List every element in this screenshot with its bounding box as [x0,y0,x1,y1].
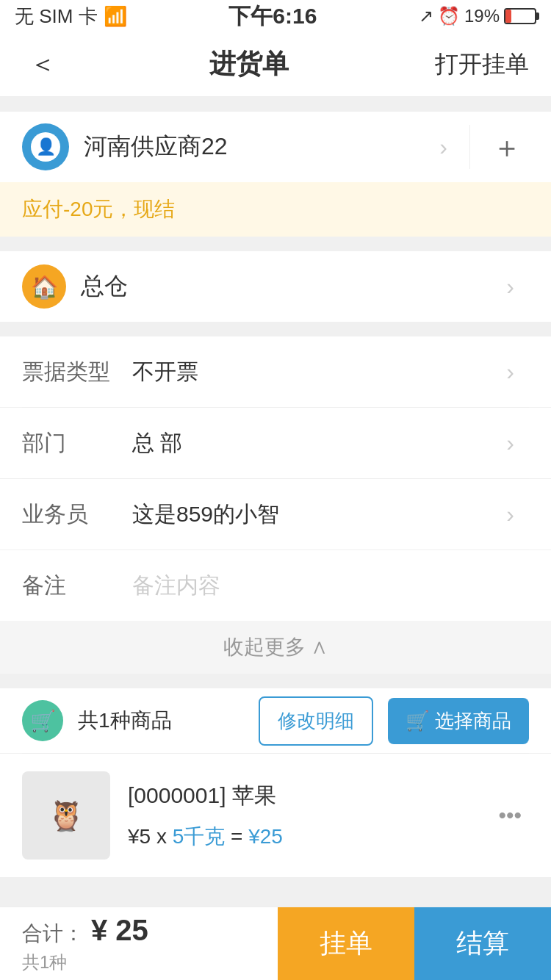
department-label: 部门 [22,428,125,458]
status-bar: 无 SIM 卡 📶 下午6:16 ↗ ⏰ 19% [0,0,551,32]
collapse-label: 收起更多 ∧ [223,633,328,661]
product-more-button[interactable]: ••• [491,796,529,835]
alarm-icon: ⏰ [438,6,460,26]
section-gap-2 [0,237,551,251]
select-cart-icon: 🛒 [406,710,429,732]
location-icon: ↗ [419,6,433,26]
pending-button[interactable]: 挂单 [278,907,414,981]
section-gap-4 [0,674,551,688]
footer: 合计： ¥ 25 共1种 挂单 结算 [0,907,551,980]
product-item: 🦉 [0000001] 苹果 ¥5 x 5千克 = ¥25 ••• [0,754,551,877]
cart-icon: 🛒 [30,709,56,733]
warehouse-icon: 🏠 [22,264,66,309]
select-product-label: 选择商品 [435,708,511,734]
warehouse-name: 总仓 [81,270,506,303]
salesperson-value: 这是859的小智 [132,500,506,530]
unit-price: ¥5 x [128,825,173,848]
invoice-row[interactable]: 票据类型 不开票 › [0,336,551,407]
collapse-bar[interactable]: 收起更多 ∧ [0,621,551,674]
products-count: 共1种商品 [78,707,244,735]
department-value: 总 部 [132,428,506,458]
equals: = [231,825,248,848]
footer-total: 合计： ¥ 25 共1种 [0,914,278,974]
salesperson-chevron-icon: › [506,501,514,528]
invoice-value: 不开票 [132,357,506,387]
total-label: 合计： [22,920,84,948]
open-pending-button[interactable]: 打开挂单 [435,48,529,81]
product-name: [0000001] 苹果 [128,781,473,811]
footer-total-row: 合计： ¥ 25 [22,914,256,948]
notice-text: 应付-20元，现结 [22,198,175,220]
warehouse-row[interactable]: 🏠 总仓 › [0,251,551,322]
warehouse-chevron-icon: › [506,273,514,300]
section-gap-1 [0,97,551,112]
product-price: ¥5 x 5千克 = ¥25 [128,823,473,851]
salesperson-label: 业务员 [22,500,125,530]
battery-percent: 19% [464,6,500,26]
total-amount: ¥ 25 [91,914,148,947]
battery-icon [504,8,536,24]
battery-fill [505,10,511,23]
supplier-avatar: 👤 [22,123,69,170]
remark-label: 备注 [22,571,125,601]
avatar-icon: 👤 [31,132,60,162]
supplier-name: 河南供应商22 [84,131,439,163]
salesperson-row[interactable]: 业务员 这是859的小智 › [0,479,551,550]
checkout-button[interactable]: 结算 [414,907,551,981]
status-right: ↗ ⏰ 19% [419,6,536,26]
product-info: [0000001] 苹果 ¥5 x 5千克 = ¥25 [128,781,473,851]
department-chevron-icon: › [506,430,514,457]
edit-detail-button[interactable]: 修改明细 [259,696,373,746]
wifi-icon: 📶 [104,5,127,28]
page-title: 进货单 [209,46,289,82]
invoice-label: 票据类型 [22,357,125,387]
products-icon: 🛒 [22,700,63,741]
footer-sub: 共1种 [22,951,256,974]
supplier-divider [469,125,470,169]
status-time: 下午6:16 [228,1,317,32]
remark-input[interactable]: 备注内容 [132,571,529,601]
section-gap-3 [0,322,551,336]
supplier-chevron-icon: › [439,134,447,161]
product-logo-icon: 🦉 [48,799,84,833]
department-row[interactable]: 部门 总 部 › [0,408,551,478]
carrier-text: 无 SIM 卡 [15,4,98,29]
quantity: 5千克 [173,825,226,848]
total-price: ¥25 [248,825,283,848]
product-thumbnail: 🦉 [22,771,110,860]
nav-bar: ＜ 进货单 打开挂单 [0,32,551,97]
products-header: 🛒 共1种商品 修改明细 🛒 选择商品 [0,688,551,753]
remark-row[interactable]: 备注 备注内容 [0,550,551,621]
product-code: [0000001] 苹果 [128,783,276,807]
add-supplier-button[interactable]: ＋ [478,120,529,175]
notice-bar: 应付-20元，现结 [0,182,551,237]
back-button[interactable]: ＜ [22,39,63,90]
status-left: 无 SIM 卡 📶 [15,4,127,29]
invoice-chevron-icon: › [506,359,514,386]
select-product-button[interactable]: 🛒 选择商品 [388,698,529,744]
supplier-row[interactable]: 👤 河南供应商22 › ＋ [0,112,551,182]
